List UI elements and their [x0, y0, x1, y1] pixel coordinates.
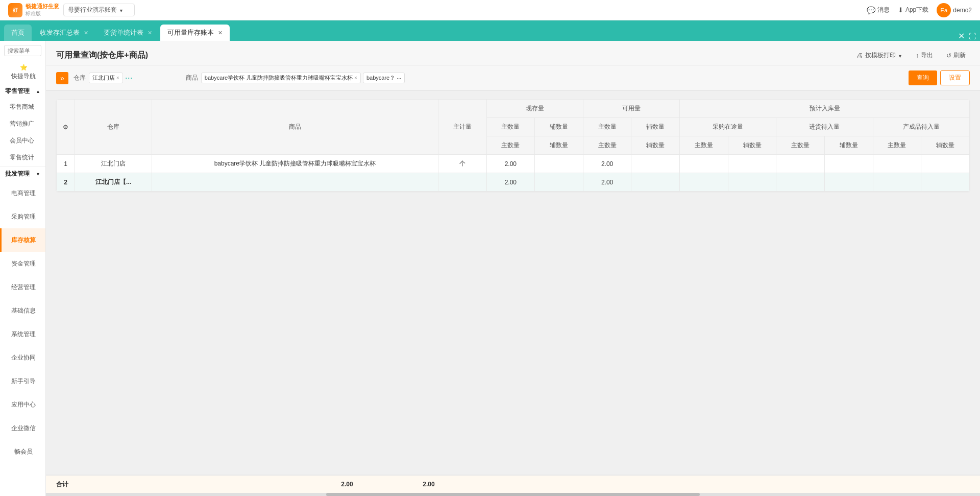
message-button[interactable]: 消息	[867, 6, 890, 14]
th-keyong-aux2: 辅数量	[631, 136, 680, 155]
sidebar-item-newguide[interactable]: 新手引导	[0, 369, 45, 393]
th-keyong: 可用量	[583, 100, 679, 118]
query-button[interactable]: 查询	[909, 70, 937, 85]
sidebar-item-vip[interactable]: 畅会员	[0, 440, 45, 463]
th-keyong-aux: 辅数量	[631, 118, 680, 136]
export-icon	[916, 52, 919, 59]
th-caigou-main: 主数量	[680, 136, 728, 155]
close-icon[interactable]	[218, 30, 223, 36]
sidebar-item-quicknav[interactable]: ⭐ 快捷导航	[0, 60, 45, 84]
content-area: 可用量查询(按仓库+商品) 按模板打印 导出 刷新 »	[46, 41, 980, 496]
th-xiancun-aux: 辅数量	[535, 118, 583, 136]
row1-warehouse: 江北门店	[75, 155, 152, 173]
warehouse-more-button[interactable]: ···	[125, 73, 133, 83]
settings-button[interactable]: 设置	[940, 70, 970, 85]
footer-keyong-main: 2.00	[408, 481, 449, 488]
table-area: 仓库 商品 主计量 现存量 可用量 预计入库量 主数量 辅数量 主数量 辅数量 …	[46, 91, 980, 475]
th-xiancun-main: 主数量	[486, 118, 535, 136]
tab-order-summary[interactable]: 要货单统计表	[96, 25, 159, 41]
sidebar-item-retail[interactable]: 零售管理 ▲	[0, 84, 45, 99]
row1-chanpin-main	[873, 155, 921, 173]
sidebar-item-ecommerce[interactable]: 电商管理	[0, 181, 45, 205]
tab-available-inventory[interactable]: 可用量库存账本	[160, 25, 230, 41]
close-icon[interactable]: ×	[354, 75, 357, 81]
table-footer: 合计 2.00 2.00	[46, 475, 980, 493]
horizontal-scrollbar[interactable]	[46, 493, 980, 496]
row2-keyong-aux	[631, 173, 680, 192]
row2-caigou-main	[680, 173, 728, 192]
sidebar-item-system[interactable]: 系统管理	[0, 322, 45, 346]
sidebar-item-basics[interactable]: 基础信息	[0, 299, 45, 322]
row1-caigou-aux	[728, 155, 776, 173]
table-row: 1 江北门店 babycare学饮杯 儿童防摔防撞吸管杯重力球吸嘴杯宝宝水杯 个…	[57, 155, 970, 173]
sidebar-item-retailstat[interactable]: 零售统计	[0, 149, 45, 166]
logo-icon: 好	[8, 3, 22, 17]
th-jinhuo-main: 主数量	[776, 136, 825, 155]
row1-caigou-main	[680, 155, 728, 173]
th-chanpin-main: 主数量	[873, 136, 921, 155]
scrollbar-thumb[interactable]	[326, 493, 700, 496]
sidebar-search-area	[0, 41, 45, 60]
print-button[interactable]: 按模板打印	[852, 49, 906, 62]
th-settings	[57, 100, 75, 155]
th-product: 商品	[152, 100, 438, 155]
th-caigou-aux: 辅数量	[728, 136, 776, 155]
filter-bar: » 仓库 江北门店 × ··· 商品 babycare学饮杯 儿童防摔防撞吸管杯…	[46, 65, 980, 91]
sidebar-item-retailmall[interactable]: 零售商城	[0, 99, 45, 115]
row2-product	[152, 173, 438, 192]
sidebar-item-finance[interactable]: 资金管理	[0, 252, 45, 275]
sidebar-item-appcenter[interactable]: 应用中心	[0, 393, 45, 416]
refresh-button[interactable]: 刷新	[942, 49, 970, 62]
sidebar-item-member[interactable]: 会员中心	[0, 132, 45, 149]
close-icon[interactable]	[84, 30, 88, 36]
product-tag-more[interactable]: babycare？ ···	[363, 73, 405, 83]
th-xiancun-aux2: 辅数量	[535, 136, 583, 155]
user-avatar[interactable]: Ea demo2	[937, 3, 972, 17]
sidebar-item-purchase[interactable]: 采购管理	[0, 205, 45, 228]
product-tag-babycare[interactable]: babycare学饮杯 儿童防摔防撞吸管杯重力球吸嘴杯宝宝水杯 ×	[201, 73, 361, 83]
industry-selector[interactable]: 母婴行业演示账套	[63, 4, 135, 16]
sidebar: ⭐ 快捷导航 零售管理 ▲ 零售商城 营销推广 会员中心 零售统计 批发管理 ▼…	[0, 41, 46, 496]
footer-xiancun-main: 2.00	[327, 481, 368, 488]
sidebar-item-corpwechat[interactable]: 企业微信	[0, 416, 45, 440]
quicknav-icon: ⭐	[20, 64, 28, 71]
warehouse-tag-jiangbei[interactable]: 江北门店 ×	[89, 73, 123, 83]
fullscreen-button[interactable]: ⛶	[969, 32, 976, 40]
row1-jinhuo-aux	[824, 155, 873, 173]
export-button[interactable]: 导出	[912, 49, 937, 62]
th-yujia: 预计入库量	[680, 100, 970, 118]
expand-button[interactable]: »	[56, 72, 68, 84]
app-download-button[interactable]: App下载	[898, 6, 928, 14]
page-title: 可用量查询(按仓库+商品)	[56, 50, 148, 61]
page-header: 可用量查询(按仓库+商品) 按模板打印 导出 刷新	[46, 41, 980, 65]
row1-keyong-aux	[631, 155, 680, 173]
row1-jinhuo-main	[776, 155, 825, 173]
th-unit: 主计量	[438, 100, 486, 155]
row2-chanpin-main	[873, 173, 921, 192]
sidebar-item-wholesale[interactable]: 批发管理 ▼	[0, 167, 45, 181]
page-header-actions: 按模板打印 导出 刷新	[852, 49, 970, 62]
row1-product: babycare学饮杯 儿童防摔防撞吸管杯重力球吸嘴杯宝宝水杯	[152, 155, 438, 173]
close-all-button[interactable]: ✕	[958, 31, 965, 41]
table-row: 2 江北门店【... 2.00 2.00	[57, 173, 970, 192]
search-input[interactable]	[4, 45, 41, 56]
tab-home[interactable]: 首页	[4, 25, 32, 41]
chevron-down-icon	[898, 52, 902, 59]
sidebar-item-operation[interactable]: 经营管理	[0, 275, 45, 299]
row2-unit	[438, 173, 486, 192]
row2-warehouse: 江北门店【...	[75, 173, 152, 192]
refresh-icon	[946, 52, 951, 59]
top-bar-right: 消息 App下载 Ea demo2	[867, 3, 972, 17]
th-xiancun: 现存量	[486, 100, 583, 118]
message-icon	[867, 6, 875, 14]
th-chanpin-aux: 辅数量	[921, 136, 970, 155]
row1-xiancun-aux	[535, 155, 583, 173]
close-icon[interactable]: ×	[116, 75, 119, 81]
gear-icon[interactable]	[63, 124, 68, 131]
sidebar-item-enterprise[interactable]: 企业协同	[0, 346, 45, 369]
print-icon	[856, 52, 863, 59]
sidebar-item-inventory[interactable]: 库存核算	[0, 228, 45, 252]
tab-receive-summary[interactable]: 收发存汇总表	[33, 25, 95, 41]
sidebar-item-marketing[interactable]: 营销推广	[0, 115, 45, 132]
close-icon[interactable]	[148, 30, 152, 36]
